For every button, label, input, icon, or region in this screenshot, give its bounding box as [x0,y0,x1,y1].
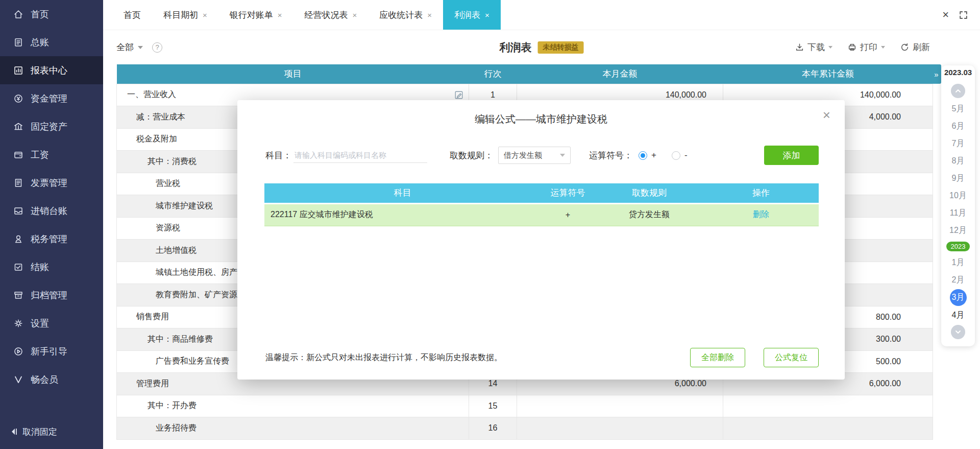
sidebar-item-member[interactable]: 畅会员 [0,365,103,393]
radio-unchecked-icon[interactable] [672,151,680,160]
sidebar-item-label: 设置 [31,317,49,329]
tab-bank-statement[interactable]: 银行对账单 × [218,0,293,30]
tab-label: 科目期初 [163,9,198,21]
month-item-oct[interactable]: 10月 [949,187,967,204]
tab-opening-balance[interactable]: 科目期初 × [152,0,218,30]
delete-all-button[interactable]: 全部删除 [690,348,745,367]
period-panel: 2023.03 5月 6月 7月 8月 9月 10月 11月 12月 2023 … [941,65,975,346]
sidebar-item-funds[interactable]: 资金管理 [0,84,103,112]
formula-items-table: 科目 运算符号 取数规则 操作 222117 应交城市维护建设税 + 贷方发生额… [264,183,819,226]
member-v-icon [13,374,23,385]
sidebar-item-salary[interactable]: 工资 [0,140,103,169]
year-badge: 2023 [946,242,970,251]
sidebar-item-label: 工资 [31,149,49,161]
close-all-icon[interactable]: × [942,9,949,20]
download-button[interactable]: 下载 [795,41,832,53]
sidebar-item-label: 畅会员 [31,373,58,386]
table-row: 业务招待费 16 [117,417,933,440]
gear-icon [13,318,23,328]
tab-profit-statement[interactable]: 利润表 × [443,0,501,30]
report-toolbar: 全部 ? 利润表 未结转损益 下载 打印 [103,30,980,64]
delete-link[interactable]: 删除 [753,210,769,219]
month-item-aug[interactable]: 8月 [952,152,965,170]
scroll-up-button[interactable] [951,84,965,98]
item-cell: 业务招待费 [117,417,469,440]
sidebar-item-tax[interactable]: 税务管理 [0,225,103,253]
sidebar-item-fixed-assets[interactable]: 固定资产 [0,112,103,140]
sidebar-item-general-ledger[interactable]: 总账 [0,28,103,56]
month-item-jan[interactable]: 1月 [952,254,965,271]
month-item-apr[interactable]: 4月 [952,306,965,324]
sidebar-item-guide[interactable]: 新手引导 [0,337,103,365]
sidebar-item-label: 首页 [31,8,49,20]
panel-collapse-handle[interactable]: » [932,64,941,84]
formula-rule-cell: 贷方发生额 [595,203,703,226]
toolbar-actions: 下载 打印 刷新 [795,41,930,53]
tab-close-icon[interactable]: × [485,11,489,19]
year-amount-cell [723,395,933,417]
window-controls: × [942,0,980,30]
tab-close-icon[interactable]: × [427,11,432,19]
month-item-feb[interactable]: 2月 [952,271,965,289]
refresh-button[interactable]: 刷新 [900,41,930,53]
help-icon[interactable]: ? [152,42,162,53]
radio-checked-icon[interactable] [639,151,647,160]
sidebar-item-closing[interactable]: 结账 [0,253,103,281]
formula-reset-button[interactable]: 公式复位 [764,348,819,367]
unpin-icon [9,427,18,436]
guide-icon [13,346,23,357]
sidebar: 首页 总账 报表中心 资金管理 固定资产 工资 发票管理 进销台账 [0,0,103,449]
operator-minus-option[interactable]: - [672,150,688,160]
chevron-down-icon [954,328,962,336]
month-item-nov[interactable]: 11月 [950,204,967,222]
operator-plus-option[interactable]: + [639,150,656,160]
row-no-cell: 16 [469,417,517,440]
add-button[interactable]: 添加 [764,146,819,165]
month-item-may[interactable]: 5月 [952,100,965,117]
month-item-sep[interactable]: 9月 [952,170,965,187]
tab-receivables-stats[interactable]: 应收统计表 × [368,0,443,30]
col-header-operator: 运算符号 [541,183,595,203]
col-header-subject: 科目 [264,183,541,203]
tab-label: 利润表 [454,9,480,21]
tab-close-icon[interactable]: × [278,11,282,19]
rule-select[interactable]: 借方发生额 [498,147,571,164]
tab-home[interactable]: 首页 [112,0,152,30]
sidebar-item-purchase-sales[interactable]: 进销台账 [0,197,103,225]
sidebar-item-label: 发票管理 [31,177,67,189]
sidebar-item-report-center[interactable]: 报表中心 [0,56,103,84]
report-title-group: 利润表 未结转损益 [500,40,584,55]
fullscreen-icon[interactable] [959,11,968,19]
sidebar-item-invoice[interactable]: 发票管理 [0,169,103,197]
sidebar-unpin-button[interactable]: 取消固定 [0,420,103,443]
scope-filter-value[interactable]: 全部 [116,41,134,53]
sidebar-item-label: 进销台账 [31,205,67,217]
chevron-down-icon [881,46,885,49]
col-header-row-no: 行次 [469,64,517,84]
sidebar-item-settings[interactable]: 设置 [0,309,103,337]
rule-select-value: 借方发生额 [504,151,542,160]
chevron-down-icon[interactable] [138,46,143,49]
sidebar-item-archive[interactable]: 归档管理 [0,281,103,309]
tab-bar: 首页 科目期初 × 银行对账单 × 经营状况表 × 应收统计表 × 利润表 × [103,0,980,30]
print-button[interactable]: 打印 [848,41,885,53]
refresh-label: 刷新 [913,41,930,53]
scroll-down-button[interactable] [951,325,965,339]
subject-input[interactable] [293,148,427,163]
month-item-mar-active[interactable]: 3月 [950,289,967,306]
tab-close-icon[interactable]: × [203,11,207,19]
month-item-jun[interactable]: 6月 [952,117,965,135]
fixed-assets-icon [13,122,23,132]
sidebar-item-home[interactable]: 首页 [0,0,103,28]
closing-check-icon [13,262,23,272]
ledger-icon [13,37,23,48]
formula-edit-icon[interactable] [454,90,463,100]
sidebar-item-label: 固定资产 [31,121,67,133]
tab-operating-status[interactable]: 经营状况表 × [293,0,369,30]
tab-close-icon[interactable]: × [353,11,357,19]
dialog-close-icon[interactable]: × [823,108,830,122]
month-item-dec[interactable]: 12月 [949,222,967,239]
unpin-label: 取消固定 [22,426,57,438]
month-item-jul[interactable]: 7月 [952,135,965,152]
purchase-sales-icon [13,206,23,216]
